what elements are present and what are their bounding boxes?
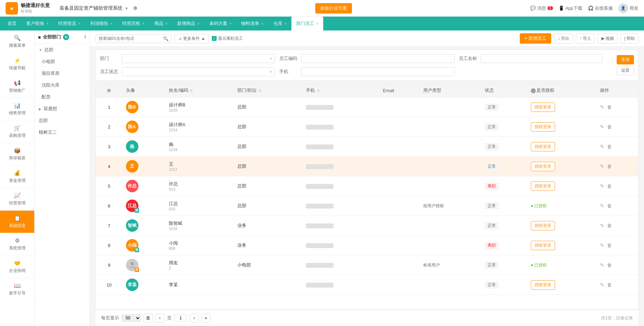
- search-input[interactable]: [99, 36, 162, 41]
- reset-btn[interactable]: 设置: [617, 66, 634, 75]
- edit-icon[interactable]: ✎: [600, 243, 604, 248]
- authorize-btn[interactable]: 授权登录: [531, 241, 555, 250]
- tab-close-icon[interactable]: ×: [316, 21, 318, 26]
- delete-icon[interactable]: 🗑: [607, 144, 612, 149]
- tab-close-icon[interactable]: ×: [165, 21, 167, 26]
- left-nav-item[interactable]: 🛒采购管理: [0, 121, 34, 143]
- status-select[interactable]: ▾: [122, 67, 275, 76]
- first-page-btn[interactable]: 首: [144, 314, 153, 323]
- tab-close-icon[interactable]: ×: [142, 21, 144, 26]
- nav-tab[interactable]: 物料清单×: [236, 17, 268, 30]
- import-btn[interactable]: ↑ 导入: [576, 34, 595, 44]
- tab-close-icon[interactable]: ×: [110, 21, 112, 26]
- nav-tab[interactable]: 首页: [3, 17, 21, 30]
- more-filters-btn[interactable]: ⊿ 更多条件 ▲: [174, 34, 209, 43]
- left-nav-item[interactable]: 💰资金管理: [0, 166, 34, 188]
- refresh-icon[interactable]: ↻: [63, 34, 69, 40]
- authorize-btn[interactable]: 授权登录: [531, 122, 555, 132]
- dept-item-shenyang[interactable]: 沈阳大库: [35, 79, 90, 91]
- left-nav-item[interactable]: 📋基础信息: [0, 211, 34, 233]
- delete-icon[interactable]: 🗑: [607, 282, 612, 288]
- edit-icon[interactable]: ✎: [600, 203, 604, 209]
- user-menu[interactable]: 👤 用友: [618, 3, 638, 13]
- collapse-btn[interactable]: 《: [82, 34, 86, 40]
- emp-name-input[interactable]: [481, 54, 603, 63]
- app-download-btn[interactable]: 📱 App下载: [559, 5, 582, 11]
- nav-tab[interactable]: 利润报告×: [85, 17, 117, 30]
- delete-icon[interactable]: 🗑: [607, 104, 612, 110]
- edit-icon[interactable]: ✎: [600, 183, 604, 189]
- dept-item-hq2[interactable]: 总部: [35, 115, 90, 126]
- edit-icon[interactable]: ✎: [600, 104, 604, 110]
- authorize-btn[interactable]: 授权登录: [531, 182, 555, 191]
- dept-item-zhishu[interactable]: 植树王二: [35, 126, 90, 138]
- page-num-input[interactable]: [174, 315, 187, 321]
- left-nav-item[interactable]: 📊销售管理: [0, 98, 34, 121]
- left-nav-item[interactable]: 📖新手引导: [0, 278, 34, 301]
- tab-close-icon[interactable]: ×: [229, 21, 232, 26]
- delete-icon[interactable]: 🗑: [607, 262, 612, 268]
- next-page-btn[interactable]: ›: [190, 314, 199, 323]
- last-page-btn[interactable]: »: [201, 314, 210, 323]
- authorize-btn[interactable]: 授权登录: [531, 103, 555, 112]
- delete-icon[interactable]: 🗑: [607, 124, 612, 130]
- dept-item-project-warehouse[interactable]: 项目库房: [35, 68, 90, 79]
- phone-input[interactable]: [301, 67, 454, 76]
- tab-close-icon[interactable]: ×: [78, 21, 80, 26]
- nav-tab[interactable]: 仓库×: [269, 17, 291, 30]
- left-nav-item[interactable]: ⚡快捷导航: [0, 53, 34, 76]
- dept-item-distribution[interactable]: 配货: [35, 91, 90, 103]
- edit-icon[interactable]: ✎: [600, 282, 604, 288]
- tab-close-icon[interactable]: ×: [197, 21, 199, 26]
- left-nav-item[interactable]: 📢营销推广: [0, 76, 34, 98]
- prev-page-btn[interactable]: ‹: [155, 314, 164, 323]
- tab-close-icon[interactable]: ×: [261, 21, 263, 26]
- dept-item-headquarters[interactable]: ▼ 总部: [35, 44, 90, 56]
- dept-item-small-electric[interactable]: 小电部: [35, 56, 90, 68]
- nav-tab[interactable]: 商品×: [149, 17, 172, 30]
- show-resigned-toggle[interactable]: ✓ 显示离职员工: [212, 36, 243, 42]
- dropdown-icon[interactable]: ▾: [125, 6, 128, 11]
- left-nav-item[interactable]: 📦库存核算: [0, 143, 34, 166]
- left-nav-item[interactable]: 🤝企业协同: [0, 256, 34, 278]
- nav-tab[interactable]: 经营情况×: [53, 17, 85, 30]
- tab-close-icon[interactable]: ×: [46, 21, 48, 26]
- delete-icon[interactable]: 🗑: [607, 164, 612, 169]
- nav-tab[interactable]: 经营历程×: [117, 17, 149, 30]
- per-page-select[interactable]: 50 100: [122, 314, 141, 322]
- delete-icon[interactable]: 🗑: [607, 243, 612, 248]
- authorize-btn[interactable]: 授权登录: [531, 221, 555, 230]
- edit-icon[interactable]: ✎: [600, 164, 604, 169]
- online-service-btn[interactable]: 🎧 在线客服: [588, 5, 613, 11]
- edit-icon[interactable]: ✎: [600, 223, 604, 228]
- nav-tab[interactable]: 客户联络×: [21, 17, 53, 30]
- message-btn[interactable]: 💬 消息 5: [530, 5, 553, 11]
- col-dept[interactable]: 部门/职位 ⇅: [234, 84, 302, 97]
- nav-tab[interactable]: 新增商品×: [172, 17, 204, 30]
- col-name[interactable]: 姓名/编码 ⇅: [165, 84, 234, 97]
- view-btn[interactable]: ▶ 视频: [598, 34, 618, 44]
- col-settings[interactable]: ⚙: [96, 84, 123, 97]
- authorize-btn[interactable]: 授权登录: [531, 142, 555, 151]
- nav-tab[interactable]: 部门员工×: [291, 17, 323, 30]
- edit-icon[interactable]: ✎: [600, 144, 604, 149]
- export-btn[interactable]: ↓ 导出: [554, 34, 573, 44]
- emp-code-input[interactable]: [301, 54, 454, 63]
- col-phone[interactable]: 手机 ⇅: [302, 84, 379, 97]
- left-nav-item[interactable]: 📈经营管理: [0, 188, 34, 211]
- authorize-btn[interactable]: 授权登录: [531, 162, 555, 171]
- help-btn[interactable]: | 帮助: [620, 34, 638, 44]
- search-box[interactable]: 🔍: [96, 34, 172, 43]
- delete-icon[interactable]: 🗑: [607, 203, 612, 209]
- add-employee-btn[interactable]: + 新增员工: [520, 33, 551, 44]
- dept-select[interactable]: ▾: [122, 54, 275, 63]
- tab-close-icon[interactable]: ×: [284, 21, 287, 26]
- trial-btn[interactable]: 体验行业方案: [315, 3, 352, 14]
- search-btn[interactable]: 查询: [617, 55, 634, 64]
- edit-icon[interactable]: ✎: [600, 124, 604, 130]
- dept-item-shuanglu[interactable]: ▶ 双鹿想: [35, 103, 90, 115]
- nav-tab[interactable]: 条码方案×: [205, 17, 236, 30]
- delete-icon[interactable]: 🗑: [607, 223, 612, 228]
- left-nav-item[interactable]: 🔍搜索菜单: [0, 30, 34, 53]
- edit-icon[interactable]: ✎: [600, 262, 604, 268]
